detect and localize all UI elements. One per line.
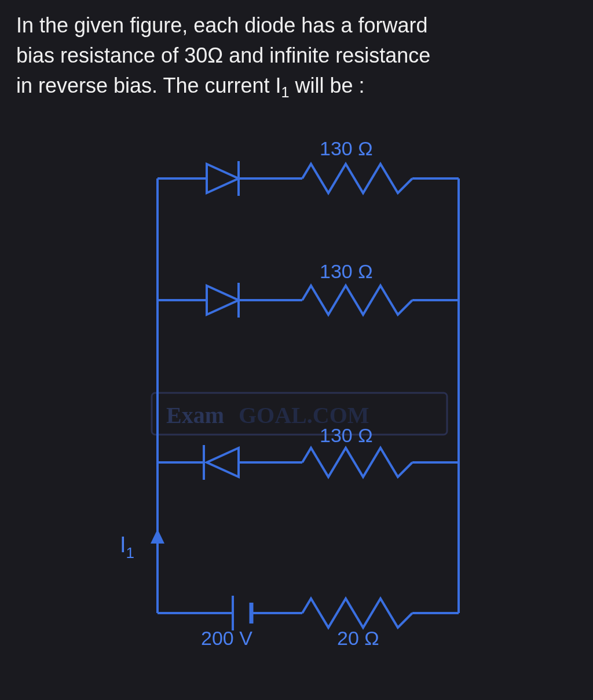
branch-3: 130 Ω — [158, 424, 459, 480]
branch-bottom: 200 V 20 Ω — [158, 596, 459, 648]
resistor-icon — [302, 448, 412, 477]
current-label: I1 — [120, 533, 134, 562]
circuit-svg: Exam GOAL.COM — [88, 126, 505, 648]
source-voltage-label: 200 V — [201, 627, 252, 648]
question-line-2: bias resistance of 30Ω and infinite resi… — [16, 41, 572, 71]
resistor-icon — [302, 599, 412, 628]
resistor-icon — [302, 164, 412, 193]
diode-forward-icon — [207, 283, 239, 318]
diode-reverse-icon — [204, 445, 239, 480]
branch-2: 130 Ω — [158, 260, 459, 318]
question-line-1: In the given figure, each diode has a fo… — [16, 10, 572, 41]
current-arrow — [151, 529, 164, 544]
resistor-label-1: 130 Ω — [320, 137, 373, 159]
circuit-figure: Exam GOAL.COM — [16, 126, 577, 648]
series-resistor-label: 20 Ω — [337, 627, 379, 648]
resistor-label-2: 130 Ω — [320, 260, 373, 282]
resistor-icon — [302, 286, 412, 315]
page: In the given figure, each diode has a fo… — [0, 0, 593, 658]
watermark-text-1: Exam — [166, 402, 224, 428]
resistor-label-3: 130 Ω — [320, 424, 373, 446]
branch-1: 130 Ω — [158, 137, 459, 196]
diode-forward-icon — [201, 161, 239, 196]
question-text: In the given figure, each diode has a fo… — [16, 10, 572, 103]
question-line-3: in reverse bias. The current I1 will be … — [16, 71, 572, 103]
battery-icon — [233, 596, 251, 630]
